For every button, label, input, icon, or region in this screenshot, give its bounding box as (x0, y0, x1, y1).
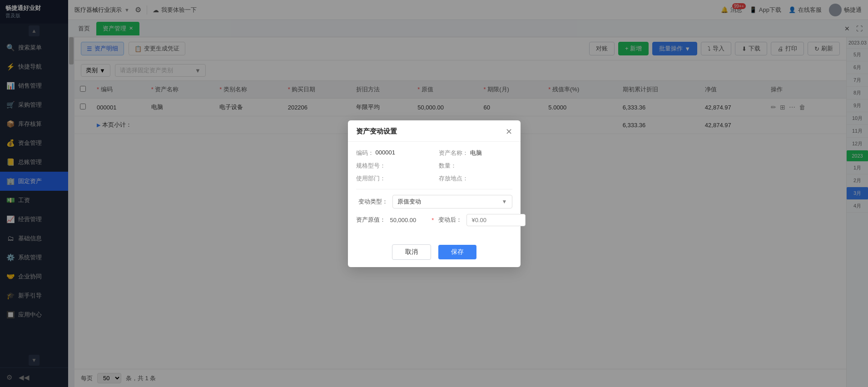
change-type-value: 原值变动 (397, 198, 502, 206)
modal-header: 资产变动设置 ✕ (348, 120, 521, 142)
modal-close-button[interactable]: ✕ (506, 127, 512, 137)
change-type-label: 变动类型： (356, 198, 388, 206)
required-indicator: * (432, 217, 434, 223)
original-value-display: 50,000.00 (390, 217, 417, 223)
modal-code-field: 编码： 000001 (356, 149, 430, 157)
modal-title: 资产变动设置 (356, 127, 397, 136)
modal-divider (356, 189, 512, 189)
chevron-down-icon: ▼ (502, 198, 507, 205)
code-label: 编码： (356, 149, 374, 157)
department-label: 使用部门： (356, 174, 386, 183)
cancel-button[interactable]: 取消 (392, 244, 431, 260)
change-type-select[interactable]: 原值变动 ▼ (392, 195, 512, 208)
modal-name-field: 资产名称： 电脑 (439, 149, 512, 157)
spec-label: 规格型号： (356, 162, 386, 170)
modal-location-field: 存放地点： (439, 174, 512, 183)
modal-quantity-field: 数量： (439, 162, 512, 170)
modal-spec-field: 规格型号： (356, 162, 430, 170)
after-change-input[interactable] (466, 214, 526, 226)
original-value-row: 资产原值： 50,000.00 * 变动后： (356, 214, 512, 226)
modal-body: 编码： 000001 资产名称： 电脑 规格型号： 数量： 使用部门： (348, 142, 521, 239)
change-type-row: 变动类型： 原值变动 ▼ (356, 195, 512, 208)
save-button[interactable]: 保存 (438, 245, 476, 259)
modal-footer: 取消 保存 (348, 239, 521, 267)
name-value: 电脑 (470, 149, 482, 157)
original-value-label: 资产原值： (356, 216, 386, 224)
name-label: 资产名称： (439, 149, 468, 157)
modal-overlay[interactable]: 资产变动设置 ✕ 编码： 000001 资产名称： 电脑 规格型号： 数量： (0, 0, 868, 387)
location-label: 存放地点： (439, 174, 468, 183)
modal-department-field: 使用部门： (356, 174, 430, 183)
after-change-label: 变动后： (438, 216, 462, 224)
modal-info-grid: 编码： 000001 资产名称： 电脑 规格型号： 数量： 使用部门： (356, 149, 512, 183)
quantity-label: 数量： (439, 162, 456, 170)
code-value: 000001 (376, 149, 395, 157)
asset-change-modal: 资产变动设置 ✕ 编码： 000001 资产名称： 电脑 规格型号： 数量： (348, 120, 521, 267)
